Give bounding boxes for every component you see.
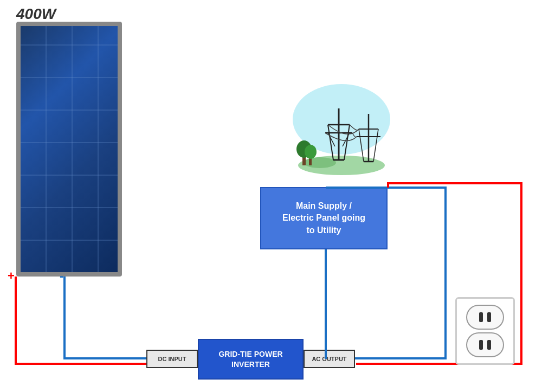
svg-point-2 xyxy=(304,157,336,168)
diagram-canvas: 400W + - DC INPUT GRID-TIE POWERINVERTER… xyxy=(0,0,555,392)
main-supply-label: Main Supply /Electric Panel goingto Util… xyxy=(282,200,365,236)
blue-wire-vertical-panel xyxy=(63,277,66,359)
blue-wire-right-vertical xyxy=(444,187,447,359)
red-wire-vertical-left xyxy=(15,277,17,365)
blue-wire-main-supply-bottom xyxy=(325,249,327,359)
dc-input-box: DC INPUT xyxy=(146,350,198,368)
svg-point-6 xyxy=(305,145,317,159)
outlet-hole-left-top xyxy=(479,312,483,322)
utility-tower-illustration xyxy=(287,76,396,184)
outlet-hole-right-bottom xyxy=(487,340,491,350)
red-wire-horizontal-bottom-left xyxy=(15,363,146,365)
electrical-outlet xyxy=(455,297,515,365)
red-wire-top-horizontal xyxy=(387,182,522,184)
outlet-socket-top xyxy=(466,305,504,330)
outlet-hole-right-top xyxy=(487,312,491,322)
blue-wire-ac-to-right xyxy=(355,357,447,359)
red-wire-right-vertical xyxy=(520,182,522,365)
main-supply-box: Main Supply /Electric Panel goingto Util… xyxy=(260,187,388,249)
outlet-hole-left-bottom xyxy=(479,340,483,350)
positive-terminal-label: + xyxy=(8,269,15,283)
inverter-box: GRID-TIE POWERINVERTER xyxy=(198,339,304,380)
inverter-label: GRID-TIE POWERINVERTER xyxy=(218,349,282,369)
ac-output-box: AC OUTPUT xyxy=(304,350,355,368)
outlet-socket-bottom xyxy=(466,332,504,357)
panel-wattage-label: 400W xyxy=(16,5,56,23)
blue-wire-top-horizontal xyxy=(326,187,447,189)
solar-panel xyxy=(16,22,122,277)
